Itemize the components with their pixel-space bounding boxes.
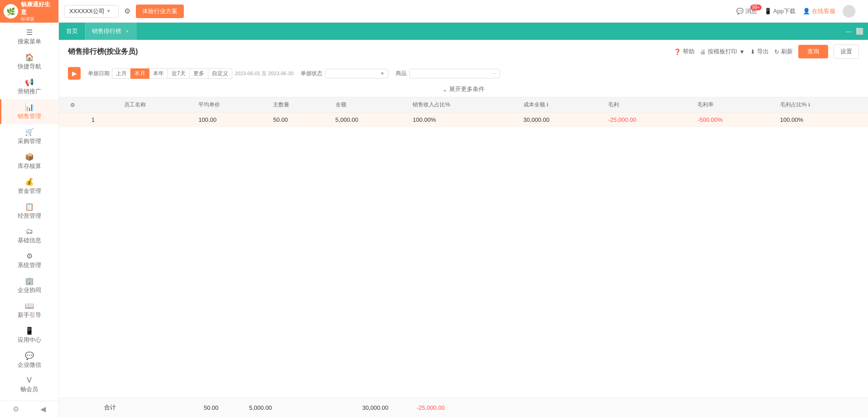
print-button[interactable]: 🖨 按模板打印 ▼ xyxy=(700,48,745,56)
active-bar xyxy=(0,99,1,124)
cell-qty: 50.00 xyxy=(268,113,330,127)
cell-cost: 30,000.00 xyxy=(518,113,603,127)
sidebar-item-basic-info[interactable]: 🗂基础信息 xyxy=(0,224,58,248)
page-title: 销售排行榜(按业务员) xyxy=(68,47,138,57)
sidebar-item-sales[interactable]: 📊销售管理 xyxy=(0,99,58,124)
date-range-text: 2023-06-01 至 2023-06-30 xyxy=(235,70,294,77)
message-button[interactable]: 💬 消息 99+ xyxy=(736,7,757,15)
sidebar-collapse-btn[interactable]: ◀ xyxy=(40,405,46,413)
sidebar: 🌿 畅康通好生意 标准版 ☰搜索菜单🏠快捷导航📢营销推广📊销售管理🛒采购管理📦库… xyxy=(0,0,59,417)
sidebar-item-beginner[interactable]: 📖新手引导 xyxy=(0,298,58,323)
cell-gross-rate: -500.00% xyxy=(692,113,774,127)
footer-total-label: 合计 xyxy=(99,402,153,413)
sidebar-item-marketing[interactable]: 📢营销推广 xyxy=(0,74,58,99)
data-table: ⚙ 员工名称 平均单价 主数量 全额 销售收入占比% 成本全额 ℹ 毛利 毛利率… xyxy=(59,97,868,127)
expand-label: 展开更多条件 xyxy=(449,85,484,93)
enterprise-icon: 🏢 xyxy=(25,277,34,285)
logo-text: 畅康通好生意 标准版 xyxy=(21,1,55,22)
col-settings[interactable]: ⚙ xyxy=(59,97,86,113)
goods-more-icon[interactable]: ··· xyxy=(492,71,496,76)
goods-filter-group: 商品 ··· xyxy=(396,69,500,78)
quick-nav-label: 快捷导航 xyxy=(18,62,41,71)
col-gross-rate: 毛利率 xyxy=(692,97,774,113)
minimize-icon[interactable]: — xyxy=(846,28,852,35)
export-label: 导出 xyxy=(757,48,769,56)
logo-icon: 🌿 xyxy=(4,4,18,19)
wechat-icon: 💬 xyxy=(25,351,34,360)
tab-home[interactable]: 首页 xyxy=(59,23,85,40)
date-tab-custom[interactable]: 自定义 xyxy=(208,68,232,79)
sidebar-item-app-center[interactable]: 📱应用中心 xyxy=(0,323,58,348)
date-tab-prev-month[interactable]: 上月 xyxy=(112,68,131,79)
marketing-icon: 📢 xyxy=(25,78,34,86)
beginner-icon: 📖 xyxy=(25,302,34,310)
expand-conditions-button[interactable]: ⌄ 展开更多条件 xyxy=(68,83,859,97)
sidebar-item-purchase[interactable]: 🛒采购管理 xyxy=(0,124,58,149)
date-tab-more[interactable]: 更多 xyxy=(189,68,208,79)
app-center-icon: 📱 xyxy=(25,326,34,335)
tab-close-icon[interactable]: × xyxy=(124,28,130,34)
filter-row: ▶ 单据日期 上月 本月 本年 近7天 更多 自定义 2023-06-01 至 … xyxy=(68,63,859,83)
date-tab-current-month[interactable]: 本月 xyxy=(130,68,149,79)
operation-label: 经营管理 xyxy=(18,212,41,220)
col-cost: 成本全额 ℹ xyxy=(518,97,603,113)
sidebar-item-wechat[interactable]: 💬企业微信 xyxy=(0,348,58,373)
export-icon: ⬇ xyxy=(750,48,755,55)
sidebar-item-quick-nav[interactable]: 🏠快捷导航 xyxy=(0,49,58,74)
sidebar-item-inventory[interactable]: 📦库存核算 xyxy=(0,149,58,174)
search-orders-icon: ☰ xyxy=(26,28,33,37)
date-tab-7days[interactable]: 近7天 xyxy=(168,68,190,79)
page-title-row: 销售排行榜(按业务员) ❓ 帮助 🖨 按模板打印 ▼ ⬇ 导出 xyxy=(68,44,859,63)
goods-select[interactable]: ··· xyxy=(409,69,500,78)
sidebar-nav: ☰搜索菜单🏠快捷导航📢营销推广📊销售管理🛒采购管理📦库存核算💰资金管理📋经营管理… xyxy=(0,23,58,401)
message-icon: 💬 xyxy=(736,8,743,14)
cell-gross: -25,000.00 xyxy=(603,113,692,127)
print-icon: 🖨 xyxy=(700,48,706,55)
beginner-label: 新手引导 xyxy=(18,311,41,319)
sidebar-settings-btn[interactable]: ⚙ xyxy=(13,405,19,413)
tab-sales-ranking[interactable]: 销售排行榜 × xyxy=(85,23,137,40)
online-service-button[interactable]: 👤 在线客服 xyxy=(803,7,835,15)
settings-icon[interactable]: ⚙ xyxy=(124,7,130,15)
col-sales-pct: 销售收入占比% xyxy=(407,97,518,113)
footer-sales-pct-spacer xyxy=(298,406,357,409)
chevron-down-expand-icon: ⌄ xyxy=(442,86,447,93)
filter-toggle-button[interactable]: ▶ xyxy=(68,67,81,80)
purchase-icon: 🛒 xyxy=(25,128,34,136)
company-selector[interactable]: XXXXXX公司 ▼ xyxy=(64,5,119,18)
system-label: 系统管理 xyxy=(18,261,41,269)
sidebar-item-search-orders[interactable]: ☰搜索菜单 xyxy=(0,24,58,49)
table-row: 1100.0050.005,000.00100.00%30,000.00-25,… xyxy=(59,113,868,127)
sidebar-item-enterprise[interactable]: 🏢企业协同 xyxy=(0,273,58,298)
maximize-icon[interactable]: ⬜ xyxy=(856,28,863,35)
app-download-button[interactable]: 📱 App下载 xyxy=(764,7,796,15)
query-button[interactable]: 查询 xyxy=(798,45,828,58)
refresh-button[interactable]: ↻ 刷新 xyxy=(774,48,793,56)
help-button[interactable]: ❓ 帮助 xyxy=(674,48,695,56)
cost-help-icon[interactable]: ℹ xyxy=(547,102,548,107)
cell-name xyxy=(119,113,193,127)
tab-bar-actions: — ⬜ xyxy=(841,28,868,35)
settings-button[interactable]: 设置 xyxy=(834,44,859,59)
finance-label: 资金管理 xyxy=(18,187,41,195)
sidebar-item-member[interactable]: V畅会员 xyxy=(0,373,58,397)
status-filter-group: 单据状态 ▼ xyxy=(301,69,388,78)
sidebar-item-finance[interactable]: 💰资金管理 xyxy=(0,174,58,199)
export-button[interactable]: ⬇ 导出 xyxy=(750,48,769,56)
status-select[interactable]: ▼ xyxy=(325,69,388,78)
trial-button[interactable]: 体验行业方案 xyxy=(136,5,184,18)
gross-pct-help-icon[interactable]: ℹ xyxy=(808,102,810,107)
date-tab-current-year[interactable]: 本年 xyxy=(149,68,168,79)
top-bar: XXXXXX公司 ▼ ⚙ 体验行业方案 💬 消息 99+ 📱 App下载 👤 在… xyxy=(59,0,868,23)
footer-cost: 30,000.00 xyxy=(357,403,411,413)
service-label: 在线客服 xyxy=(812,7,835,15)
footer-rank-spacer xyxy=(81,406,99,409)
inventory-icon: 📦 xyxy=(25,153,34,161)
enterprise-label: 企业协同 xyxy=(18,286,41,294)
avatar[interactable] xyxy=(843,5,855,18)
refresh-label: 刷新 xyxy=(781,48,793,56)
print-arrow-icon: ▼ xyxy=(739,48,745,55)
help-label: 帮助 xyxy=(683,48,695,56)
sidebar-item-system[interactable]: ⚙系统管理 xyxy=(0,248,58,273)
sidebar-item-operation[interactable]: 📋经营管理 xyxy=(0,199,58,224)
